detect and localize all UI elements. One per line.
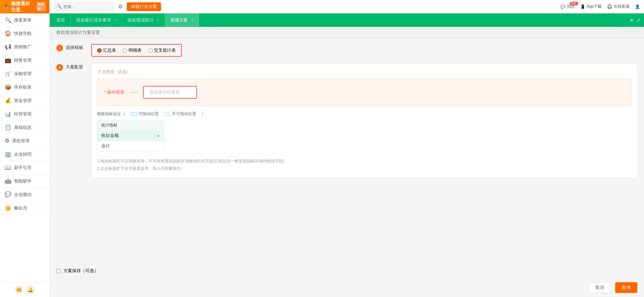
tabbar: 首页现金银行流水查询×收款情况统计×新建方案×✕⤢: [50, 13, 644, 27]
sidebar-icon-14: 👑: [5, 205, 11, 211]
sidebar-bottom: 😊 🔔: [0, 282, 49, 297]
sidebar-item-13[interactable]: 💬企业微信: [0, 188, 49, 201]
tip2: 2.点击标题栏下拉可设置排序、插入列和删除列: [97, 165, 632, 172]
sidebar-label-9: 系统管理: [12, 138, 30, 144]
sidebar-icon-11: 📖: [5, 164, 11, 171]
save-option: 方案保存（可选）: [50, 263, 644, 278]
save-checkbox[interactable]: [56, 269, 61, 273]
sidebar-item-6[interactable]: 💰资金管理: [0, 94, 49, 107]
amount-label: 收款金额: [101, 133, 119, 139]
tabbar-expand-icon[interactable]: ⤢: [636, 17, 641, 23]
service-item[interactable]: 🎧 在线客服: [607, 4, 630, 9]
sidebar-item-14[interactable]: 👑畅会员: [0, 201, 49, 215]
sidebar-item-8[interactable]: 📋基础信息: [0, 121, 49, 134]
industry-btn[interactable]: 体验行业方案: [127, 2, 161, 11]
dimension-area: * 纵向维度 —— 请选择分组维度: [97, 79, 632, 106]
sidebar-label-4: 采购管理: [14, 71, 32, 77]
amount-cell[interactable]: 收款金额 ∨: [97, 131, 164, 141]
dimension-select[interactable]: 请选择分组维度: [143, 86, 197, 99]
template-option-1[interactable]: 明细表: [123, 47, 142, 53]
sidebar-item-7[interactable]: 📊经营管理: [0, 107, 49, 121]
fixed-legend-box: [164, 112, 171, 116]
sidebar-item-0[interactable]: 🔍搜索菜单: [0, 13, 49, 27]
sidebar-icon-2: 📢: [5, 44, 11, 50]
sidebar-items-list: 🔍搜索菜单🏠快捷导航📢营销推广💼销售管理🛒采购管理📦库存核算💰资金管理📊经营管理…: [0, 13, 49, 215]
indicator-legend: 模板指标设定（ 可拖动位置 不可拖动位置 ）: [97, 111, 632, 117]
template-label-0: 汇总表: [103, 47, 116, 53]
sidebar-icon-13: 💬: [5, 191, 11, 198]
indicator-section: 模板指标设定（ 可拖动位置 不可拖动位置 ）: [97, 111, 632, 152]
app-badge: 标准版: [37, 2, 46, 11]
gear-icon[interactable]: ⚙: [118, 3, 123, 10]
sidebar-label-10: 企业协同: [14, 151, 32, 157]
sidebar-icon-9: ⚙: [5, 138, 9, 144]
template-selection-box: 汇总表明细表交叉统计表: [91, 44, 182, 57]
tab-0[interactable]: 首页: [50, 13, 71, 27]
tab-close-3[interactable]: ×: [191, 18, 193, 22]
template-option-0[interactable]: 汇总表: [97, 47, 116, 53]
sidebar-icon-10: 🏢: [5, 151, 11, 157]
stats-header: 统计指标: [97, 120, 164, 131]
sidebar-bottom-btn-1[interactable]: 😊: [14, 285, 24, 294]
tips-section: 1.拖动标题栏可以调整布局，不可跨维度或指标区域拖动栏目字段(只能在同一维度或指…: [97, 158, 632, 172]
query-button[interactable]: 查询: [615, 282, 637, 293]
tab-close-1[interactable]: ×: [114, 18, 116, 22]
message-item[interactable]: 💬 消息 99+: [560, 4, 575, 9]
tabbar-close-icon[interactable]: ✕: [629, 17, 634, 23]
tab-3[interactable]: 新建方案×: [165, 13, 199, 27]
sidebar-item-11[interactable]: 📖新手引导: [0, 161, 49, 175]
sidebar-label-3: 销售管理: [14, 57, 32, 63]
total-label: 合计: [101, 143, 110, 148]
template-radio-0[interactable]: [97, 48, 102, 53]
cancel-button[interactable]: 取消: [588, 282, 611, 293]
template-radio-2[interactable]: [148, 48, 153, 53]
sidebar-item-10[interactable]: 🏢企业协同: [0, 148, 49, 161]
indicator-table: 统计指标 收款金额 ∨ 合计: [97, 120, 164, 151]
template-radio-1[interactable]: [123, 48, 127, 53]
dimension-label: 汇总维度（必选）: [97, 69, 632, 75]
app-logo: 🐯 畅捷通好生意 标准版: [0, 0, 49, 13]
user-item[interactable]: 👤: [635, 4, 640, 9]
sidebar-label-6: 资金管理: [14, 98, 32, 104]
config-panel: 汇总维度（必选） * 纵向维度 —— 请选择分组维度 模板指标设定（: [91, 63, 637, 178]
sidebar-item-5[interactable]: 📦库存核算: [0, 81, 49, 94]
template-option-2[interactable]: 交叉统计表: [148, 47, 176, 53]
sidebar-bottom-btn-2[interactable]: 🔔: [26, 285, 35, 294]
save-label: 方案保存（可选）: [63, 268, 98, 274]
sidebar-item-2[interactable]: 📢营销推广: [0, 40, 49, 54]
vertical-dim-label: * 纵向维度: [104, 89, 124, 95]
sidebar-label-2: 营销推广: [14, 44, 32, 50]
download-label: App下载: [587, 4, 602, 9]
sidebar-item-1[interactable]: 🏠快捷导航: [0, 27, 49, 40]
fixed-legend: 不可拖动位置: [164, 111, 196, 117]
sidebar-label-5: 库存核算: [14, 84, 32, 90]
topbar-search-box[interactable]: 🔍: [54, 2, 114, 11]
tab-label-1: 现金银行流水查询: [76, 17, 111, 23]
indicator-settings-label: 模板指标设定（: [97, 111, 125, 117]
draggable-legend-label: 可拖动位置: [139, 111, 159, 117]
tab-label-3: 新建方案: [170, 17, 188, 23]
section1-number: 1: [56, 45, 63, 51]
sidebar-icon-12: 🤖: [5, 178, 11, 184]
tip1: 1.拖动标题栏可以调整布局，不可跨维度或指标区域拖动栏目字段(只能在同一维度或指…: [97, 158, 632, 165]
template-label-2: 交叉统计表: [154, 47, 176, 53]
message-badge: 99+: [570, 2, 578, 5]
total-cell: 合计: [97, 141, 164, 151]
search-input[interactable]: [63, 4, 110, 9]
sidebar-item-4[interactable]: 🛒采购管理: [0, 67, 49, 81]
download-item[interactable]: 📱 App下载: [580, 4, 602, 9]
tab-2[interactable]: 收款情况统计×: [122, 13, 165, 27]
sidebar-item-9[interactable]: ⚙系统管理: [0, 134, 49, 148]
draggable-legend: 可拖动位置: [130, 111, 159, 117]
tab-close-2[interactable]: ×: [157, 18, 159, 22]
dim-arrow: ——: [130, 90, 138, 95]
search-icon: 🔍: [57, 4, 62, 9]
fixed-legend-label: 不可拖动位置: [172, 111, 196, 117]
sidebar-label-1: 快捷导航: [14, 31, 32, 37]
tab-1[interactable]: 现金银行流水查询×: [71, 13, 122, 27]
tab-label-0: 首页: [56, 17, 65, 23]
sidebar-icon-4: 🛒: [5, 70, 11, 77]
sidebar-item-3[interactable]: 💼销售管理: [0, 54, 49, 67]
amount-dropdown-icon[interactable]: ∨: [157, 134, 160, 138]
sidebar-item-12[interactable]: 🤖智能硬件: [0, 175, 49, 188]
